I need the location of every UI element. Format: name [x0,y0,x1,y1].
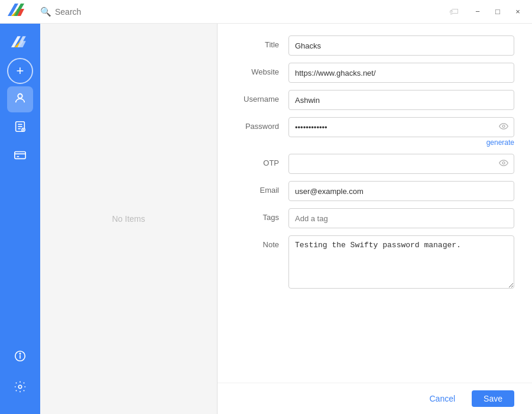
note-label: Note [235,235,288,249]
sidebar-item-cards[interactable] [7,143,33,169]
detail-panel: Title Website Username [218,24,532,414]
note-row: Note Testing the Swifty password manager… [235,235,514,290]
svg-rect-19 [15,151,25,159]
settings-icon [14,380,27,396]
website-input[interactable] [288,63,514,83]
note-input-wrap: Testing the Swifty password manager. [288,235,514,290]
accounts-icon [14,92,27,108]
search-icon: 🔍 [40,7,51,17]
notes-icon [14,120,27,136]
tag-icon[interactable]: 🏷 [449,7,459,17]
tags-row: Tags [235,208,514,228]
tags-label: Tags [235,208,288,222]
sidebar: + [0,24,40,414]
password-row: Password generate [235,117,514,147]
otp-input[interactable] [288,154,514,174]
svg-point-25 [18,385,22,389]
minimize-button[interactable]: − [471,5,485,19]
otp-eye-icon[interactable] [499,159,508,170]
sidebar-item-accounts[interactable] [7,86,33,112]
website-input-wrap [288,63,514,83]
email-input[interactable] [288,181,514,201]
no-items-label: No Items [112,214,145,224]
sidebar-item-notes[interactable] [7,115,33,141]
website-label: Website [235,63,288,76]
username-input-wrap [288,90,514,110]
tags-input-wrap [288,208,514,228]
svg-point-26 [502,125,505,128]
cancel-button[interactable]: Cancel [420,390,465,407]
title-row: Title [235,35,514,56]
email-label: Email [235,181,288,195]
password-input[interactable] [288,117,514,137]
title-input[interactable] [288,35,514,56]
password-label: Password [235,117,288,131]
close-button[interactable]: × [511,5,525,19]
note-textarea[interactable]: Testing the Swifty password manager. [288,235,514,289]
title-input-wrap [288,35,514,56]
username-row: Username [235,90,514,110]
add-icon: + [17,63,24,79]
svg-point-10 [18,93,22,98]
generate-link[interactable]: generate [288,138,514,147]
sidebar-logo-area [7,30,33,56]
form-area: Title Website Username [218,24,532,383]
cards-icon [14,148,27,164]
window-controls: − □ × [471,5,525,19]
maximize-button[interactable]: □ [491,5,505,19]
sidebar-item-settings[interactable] [7,375,33,401]
website-row: Website [235,63,514,83]
title-label: Title [235,35,288,49]
svg-point-27 [502,162,505,164]
main-layout: + [0,24,532,414]
list-panel: No Items [40,24,218,414]
username-input[interactable] [288,90,514,110]
otp-label: OTP [235,154,288,167]
sidebar-item-add[interactable]: + [7,58,33,84]
otp-input-wrap [288,154,514,174]
svg-point-24 [20,353,20,354]
password-eye-icon[interactable] [499,122,508,133]
sidebar-item-info[interactable] [7,344,33,370]
save-button[interactable]: Save [472,390,514,407]
footer-bar: Cancel Save [218,383,532,414]
search-input[interactable] [55,7,150,17]
titlebar-left: 🔍 [7,0,150,23]
email-row: Email [235,181,514,201]
search-bar[interactable]: 🔍 [40,7,150,17]
tags-input[interactable] [288,208,514,228]
app-logo [7,0,28,23]
sidebar-bottom [7,344,33,408]
info-icon [14,350,27,366]
password-input-wrap: generate [288,117,514,147]
email-input-wrap [288,181,514,201]
otp-row: OTP [235,154,514,174]
titlebar: 🔍 🏷 − □ × [0,0,532,24]
username-label: Username [235,90,288,104]
